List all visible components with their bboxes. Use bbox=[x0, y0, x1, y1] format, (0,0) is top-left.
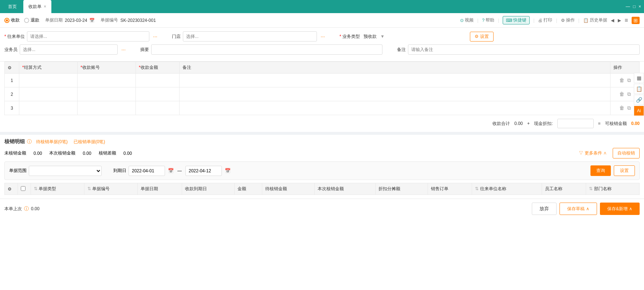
bth-gear[interactable]: ⚙ bbox=[5, 183, 18, 195]
header-right-tools: ⊙ 视频 | ? 帮助 | ⌨ 快捷键 | 🖨 打印 | ⚙ 操作 bbox=[460, 16, 640, 24]
sort-icon-bianhao: ⇅ bbox=[87, 186, 91, 191]
daoqi-ri-to-input[interactable] bbox=[185, 166, 222, 176]
danju-riqi-calendar-icon[interactable]: 📅 bbox=[89, 18, 95, 23]
help-btn[interactable]: ? 帮助 bbox=[482, 17, 494, 23]
ops-btn[interactable]: ⚙ 操作 bbox=[561, 17, 575, 23]
video-btn[interactable]: ⊙ 视频 bbox=[460, 17, 474, 23]
row3-jiesuan[interactable] bbox=[19, 101, 78, 115]
window-minimize[interactable]: — bbox=[626, 4, 630, 9]
wanglai-danwei-more-btn[interactable]: ··· bbox=[153, 34, 157, 39]
verify-info-icon: ⓘ bbox=[27, 138, 32, 145]
list-view-btn[interactable]: ≡ bbox=[625, 17, 628, 24]
setting-btn-top[interactable]: ⚙ 设置 bbox=[470, 32, 494, 42]
shortcut-label: 快捷键 bbox=[513, 17, 526, 23]
verify-table: ⚙ ⇅ 单据类型 ⇅ 单据编号 单据日期 收款到期日 金额 待核销金额 本次核销… bbox=[4, 183, 640, 195]
row3-copy-icon[interactable]: ⧉ bbox=[627, 105, 631, 111]
mendian-label: 门店 bbox=[172, 34, 181, 40]
row2-copy-icon[interactable]: ⧉ bbox=[627, 91, 631, 97]
calendar-from-icon[interactable]: 📅 bbox=[168, 168, 174, 173]
xianjin-zhekou-input[interactable] bbox=[557, 119, 594, 128]
verify-top-row: 核销明细 ⓘ 待核销单据(0笔) 已核销单据(0笔) bbox=[4, 138, 640, 145]
done-tab[interactable]: 已核销单据(0笔) bbox=[74, 139, 105, 145]
zhaiyao-field: 摘要 bbox=[140, 44, 383, 55]
check-all[interactable] bbox=[21, 186, 25, 191]
prev-btn[interactable]: ◀ bbox=[611, 18, 614, 23]
zhaiyao-input[interactable] bbox=[151, 44, 383, 55]
yewu-leixing-label: 业务类型 bbox=[339, 34, 360, 40]
float-table-btn[interactable]: ▦ bbox=[634, 73, 644, 83]
yewu-leixing-field: 业务类型 预收款 ▼ bbox=[339, 34, 467, 40]
mendian-field: 门店 ··· bbox=[172, 31, 325, 42]
tab-close-icon[interactable]: × bbox=[44, 4, 46, 9]
done-count: 0笔 bbox=[97, 139, 104, 144]
bth-danju-leixing: ⇅ 单据类型 bbox=[31, 183, 85, 195]
yewuyuan-label: 业务员 bbox=[4, 47, 17, 53]
window-close[interactable]: × bbox=[639, 4, 641, 9]
mendian-input[interactable] bbox=[183, 31, 317, 42]
divider1: | bbox=[477, 18, 478, 23]
next-btn[interactable]: ▶ bbox=[618, 18, 621, 23]
row2-jiesuan[interactable] bbox=[19, 87, 78, 101]
filter-setting-btn[interactable]: 设置 bbox=[614, 165, 635, 176]
float-link-btn[interactable]: 🔗 bbox=[634, 95, 644, 105]
th-gear[interactable]: ⚙ bbox=[5, 62, 19, 74]
beizhu-input[interactable] bbox=[408, 44, 640, 55]
tab-home[interactable]: 首页 bbox=[3, 0, 22, 13]
form-row-2: 业务员 ··· 摘要 备注 bbox=[4, 44, 640, 55]
benshang-ci-label: 本单上次 bbox=[4, 206, 22, 212]
danju-bianhao-field: 单据编号 SK-20230324-001 bbox=[101, 17, 156, 23]
yewu-leixing-arrow[interactable]: ▼ bbox=[380, 34, 385, 39]
history-btn[interactable]: 📋 历史单据 bbox=[583, 17, 607, 23]
wanglai-danwei-input[interactable] bbox=[27, 31, 149, 42]
yewuyuan-more-btn[interactable]: ··· bbox=[121, 47, 126, 52]
row3-index: 3 bbox=[5, 101, 19, 115]
radio-shoukuan-dot bbox=[4, 18, 9, 23]
row1-beizhu[interactable] bbox=[180, 74, 610, 87]
row2-beizhu[interactable] bbox=[180, 87, 610, 101]
more-conditions-btn[interactable]: ▽ 更多条件 ∧ bbox=[579, 150, 607, 156]
radio-tuikuan[interactable]: 退款 bbox=[24, 17, 39, 23]
float-ai-btn[interactable]: Ai bbox=[634, 106, 644, 116]
pending-tab[interactable]: 待核销单据(0笔) bbox=[36, 139, 68, 145]
danju-fanwei-select[interactable] bbox=[29, 166, 102, 176]
video-icon: ⊙ bbox=[460, 18, 464, 23]
save-new-arrow: ∧ bbox=[629, 206, 632, 211]
yewuyuan-input[interactable] bbox=[20, 44, 118, 55]
row3-shoukuan[interactable] bbox=[78, 101, 136, 115]
row2-shoukuan[interactable] bbox=[78, 87, 136, 101]
filter-buttons: 查询 设置 bbox=[590, 165, 635, 176]
row2-jine[interactable] bbox=[136, 87, 180, 101]
grid-view-btn[interactable]: ⊞ bbox=[632, 17, 640, 24]
row3-delete-icon[interactable]: 🗑 bbox=[619, 105, 624, 111]
bth-bumen: ⇅ 部门名称 bbox=[586, 183, 640, 195]
draft-arrow: ∧ bbox=[586, 206, 589, 211]
danju-riqi-label: 单据日期 bbox=[45, 17, 63, 23]
row3-beizhu[interactable] bbox=[180, 101, 610, 115]
draft-btn[interactable]: 保存草稿 ∧ bbox=[559, 203, 597, 215]
tab-active[interactable]: 收款单 × bbox=[23, 0, 51, 13]
daoqi-ri-from-input[interactable] bbox=[129, 166, 165, 176]
float-doc-btn[interactable]: 📋 bbox=[634, 84, 644, 94]
row3-jine[interactable] bbox=[136, 101, 180, 115]
row1-jine[interactable] bbox=[136, 74, 180, 87]
abandon-btn[interactable]: 放弃 bbox=[532, 203, 557, 215]
sort-icon-danjuleixing: ⇅ bbox=[34, 186, 38, 191]
calendar-to-icon[interactable]: 📅 bbox=[225, 168, 231, 173]
auto-verify-btn[interactable]: 自动核销 bbox=[613, 148, 640, 158]
radio-shoukuan[interactable]: 收款 bbox=[4, 17, 20, 23]
row1-delete-icon[interactable]: 🗑 bbox=[619, 77, 624, 83]
row1-jiesuan[interactable] bbox=[19, 74, 78, 87]
print-icon: 🖨 bbox=[538, 18, 542, 23]
row2-delete-icon[interactable]: 🗑 bbox=[619, 91, 624, 97]
window-maximize[interactable]: □ bbox=[633, 4, 636, 9]
mendian-more-btn[interactable]: ··· bbox=[321, 34, 325, 39]
row1-copy-icon[interactable]: ⧉ bbox=[627, 77, 631, 83]
query-btn[interactable]: 查询 bbox=[590, 165, 611, 176]
shortcut-btn[interactable]: ⌨ 快捷键 bbox=[503, 16, 530, 24]
footer-bar: 本单上次 ⓘ 0.00 放弃 保存草稿 ∧ 保存&新增 ∧ bbox=[0, 199, 644, 219]
row1-shoukuan[interactable] bbox=[78, 74, 136, 87]
plus-sign: + bbox=[527, 121, 530, 126]
danju-riqi-value: 2023-03-24 bbox=[65, 18, 87, 23]
print-btn[interactable]: 🖨 打印 bbox=[538, 17, 552, 23]
save-new-btn[interactable]: 保存&新增 ∧ bbox=[600, 203, 640, 215]
